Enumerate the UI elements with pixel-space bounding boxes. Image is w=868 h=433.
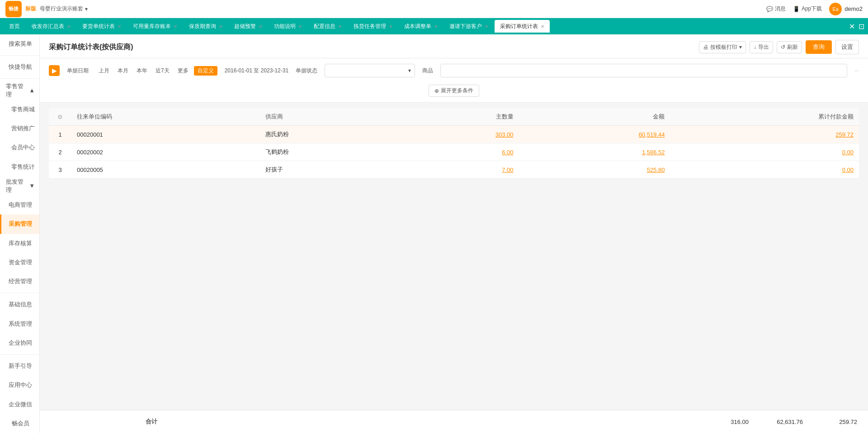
expand-more-conditions-button[interactable]: ⊕ 展开更多条件 xyxy=(429,85,479,97)
row-qty-0: 303.00 xyxy=(401,126,519,143)
refresh-button[interactable]: ↺ 刷新 xyxy=(777,41,802,53)
tab-close-purchase-summary[interactable]: ✕ xyxy=(541,24,544,29)
sidebar-divider-4 xyxy=(0,354,39,355)
settings-button[interactable]: 设置 xyxy=(835,40,859,54)
workspace-selector[interactable]: 母婴行业演示账套 ▾ xyxy=(40,5,88,13)
tab-close-invite-downstream[interactable]: ✕ xyxy=(485,24,488,29)
footer-empty-cell2 xyxy=(68,415,140,428)
nav-tabs: 首页 收发存汇总表 ✕ 要货单统计表 ✕ 可用量库存账本 ✕ 保质期查询 ✕ 超… xyxy=(0,18,868,34)
tab-home[interactable]: 首页 xyxy=(4,20,25,33)
sidebar-item-search[interactable]: 搜索英单 xyxy=(0,34,39,53)
page-title: 采购订单统计表(按供应商) xyxy=(49,43,133,52)
table-row[interactable]: 3 00020005 好孩子 7.00 525.80 0.00 xyxy=(49,161,859,179)
sidebar-item-retail-stats[interactable]: 零售统计 xyxy=(0,157,39,176)
footer-paid: 259.72 xyxy=(808,415,863,428)
tab-close-config-info[interactable]: ✕ xyxy=(338,24,342,29)
sidebar-item-member-center[interactable]: 会员中心 xyxy=(0,138,39,157)
goods-more-icon[interactable]: ··· xyxy=(854,67,859,74)
query-button[interactable]: 查询 xyxy=(806,40,832,54)
print-button[interactable]: 🖨 按模板打印 ▾ xyxy=(699,41,746,53)
sidebar-item-quick-nav[interactable]: 快捷导航 xyxy=(0,57,39,76)
date-range-display: 2016-01-01 至 2023-12-31 xyxy=(225,67,288,75)
tab-close-overstock-warning[interactable]: ✕ xyxy=(259,24,262,29)
close-all-tabs-button[interactable]: ✕ xyxy=(849,22,855,31)
tab-cost-adjust[interactable]: 成本调整单 ✕ xyxy=(399,20,443,33)
status-chevron-icon: ▾ xyxy=(408,67,411,74)
tab-close-expiry-query[interactable]: ✕ xyxy=(219,24,222,29)
export-icon: ↓ xyxy=(754,44,756,50)
tab-order-summary[interactable]: 要货单统计表 ✕ xyxy=(77,20,127,33)
footer-empty-cell xyxy=(45,415,68,428)
sidebar-item-basic-info[interactable]: 基础信息 xyxy=(0,295,39,314)
tab-invite-downstream[interactable]: 邀请下游客户 ✕ xyxy=(444,20,494,33)
table-header-row: ⚙ 往来单位编码 供应商 主数量 金额 xyxy=(49,108,859,126)
sidebar-item-vip-member[interactable]: 畅会员 xyxy=(0,414,39,433)
sidebar-item-system-mgmt[interactable]: 系统管理 xyxy=(0,314,39,333)
sidebar-item-finance-mgmt[interactable]: 资金管理 xyxy=(0,253,39,272)
column-settings-icon[interactable]: ⚙ xyxy=(57,114,63,120)
top-bar-left: 畅捷 标版 母婴行业演示账套 ▾ xyxy=(5,1,88,17)
footer-label: 合计 xyxy=(140,415,700,428)
date-btn-last-month[interactable]: 上月 xyxy=(96,66,112,76)
tab-close-order-summary[interactable]: ✕ xyxy=(118,24,121,29)
row-supplier-2: 好孩子 xyxy=(260,161,401,179)
print-chevron-icon: ▾ xyxy=(739,44,742,50)
footer-row: 合计 316.00 62,631.76 259.72 xyxy=(45,415,863,428)
col-settings[interactable]: ⚙ xyxy=(49,108,71,126)
tab-receive-summary[interactable]: 收发存汇总表 ✕ xyxy=(26,20,76,33)
row-supplier-0: 惠氏奶粉 xyxy=(260,126,401,143)
sidebar-item-app-center[interactable]: 应用中心 xyxy=(0,376,39,395)
sidebar-item-enterprise-wechat[interactable]: 企业微信 xyxy=(0,395,39,414)
sidebar-item-enterprise-collab[interactable]: 企业协同 xyxy=(0,333,39,352)
row-amount-1: 1,586.52 xyxy=(519,143,670,161)
expand-icon: ⊕ xyxy=(434,88,439,94)
refresh-icon: ↺ xyxy=(781,44,785,50)
tab-close-picking-task[interactable]: ✕ xyxy=(389,24,392,29)
sidebar-item-ecommerce-mgmt[interactable]: 电商管理 xyxy=(0,195,39,214)
date-btn-7days[interactable]: 近7天 xyxy=(153,66,172,76)
date-custom-button[interactable]: 自定义 xyxy=(194,66,217,76)
sidebar-item-marketing[interactable]: 营销推广 xyxy=(0,119,39,138)
filter-toggle-button[interactable]: ▶ xyxy=(49,65,60,76)
tab-close-function-desc[interactable]: ✕ xyxy=(298,24,302,29)
tab-config-info[interactable]: 配置信息 ✕ xyxy=(308,20,347,33)
sidebar-item-wholesale-mgmt[interactable]: 批发管理 ▼ xyxy=(0,176,39,195)
row-amount-0: 60,519.44 xyxy=(519,126,670,143)
table-row[interactable]: 2 00020002 飞鹤奶粉 6.00 1,586.52 0.00 xyxy=(49,143,859,161)
sidebar-item-retail-store[interactable]: 零售商城 xyxy=(0,100,39,119)
message-button[interactable]: 💬 消息 xyxy=(766,5,786,13)
sidebar-item-retail-mgmt[interactable]: 零售管理 ▲ xyxy=(0,81,39,100)
filter-area: ▶ 单据日期 上月 本月 本年 近7天 更多 自定义 2016-01-01 至 … xyxy=(40,58,868,103)
app-download-button[interactable]: 📱 App下载 xyxy=(793,5,822,13)
tab-function-desc[interactable]: 功能说明 ✕ xyxy=(269,20,307,33)
tab-picking-task[interactable]: 拣货任务管理 ✕ xyxy=(348,20,398,33)
sidebar-item-new-guide[interactable]: 新手引导 xyxy=(0,357,39,376)
row-num-2: 3 xyxy=(49,161,71,179)
tab-overstock-warning[interactable]: 超储预警 ✕ xyxy=(229,20,268,33)
expand-tabs-button[interactable]: ⊡ xyxy=(859,22,864,31)
date-btn-more[interactable]: 更多 xyxy=(175,66,191,76)
top-bar: 畅捷 标版 母婴行业演示账套 ▾ 💬 消息 📱 App下载 Ea demo2 xyxy=(0,0,868,18)
user-area[interactable]: Ea demo2 xyxy=(829,3,863,15)
date-btn-this-year[interactable]: 本年 xyxy=(134,66,150,76)
tab-close-receive-summary[interactable]: ✕ xyxy=(67,24,71,29)
sidebar-item-purchase-mgmt[interactable]: 采购管理 xyxy=(0,214,39,233)
tab-close-inventory-ledger[interactable]: ✕ xyxy=(174,24,177,29)
purchase-summary-table: ⚙ 往来单位编码 供应商 主数量 金额 xyxy=(49,108,859,179)
tab-purchase-summary[interactable]: 采购订单统计表 ✕ xyxy=(495,20,550,33)
sidebar-item-inventory-check[interactable]: 库存核算 xyxy=(0,234,39,253)
tab-inventory-ledger[interactable]: 可用量库存账本 ✕ xyxy=(127,20,183,33)
export-button[interactable]: ↓ 导出 xyxy=(750,41,773,53)
sidebar-item-ops-mgmt[interactable]: 经营管理 xyxy=(0,272,39,291)
status-select[interactable]: ▾ xyxy=(325,64,415,77)
sidebar-divider-3 xyxy=(0,293,39,293)
date-btn-this-month[interactable]: 本月 xyxy=(115,66,131,76)
tab-close-cost-adjust[interactable]: ✕ xyxy=(434,24,438,29)
footer-qty: 316.00 xyxy=(700,415,754,428)
row-paid-1: 0.00 xyxy=(670,143,859,161)
goods-input[interactable] xyxy=(440,64,847,77)
table-row[interactable]: 1 00020001 惠氏奶粉 303.00 60,519.44 259.72 xyxy=(49,126,859,143)
col-supplier: 供应商 xyxy=(260,108,401,126)
tab-expiry-query[interactable]: 保质期查询 ✕ xyxy=(184,20,228,33)
row-code-2: 00020005 xyxy=(71,161,260,179)
